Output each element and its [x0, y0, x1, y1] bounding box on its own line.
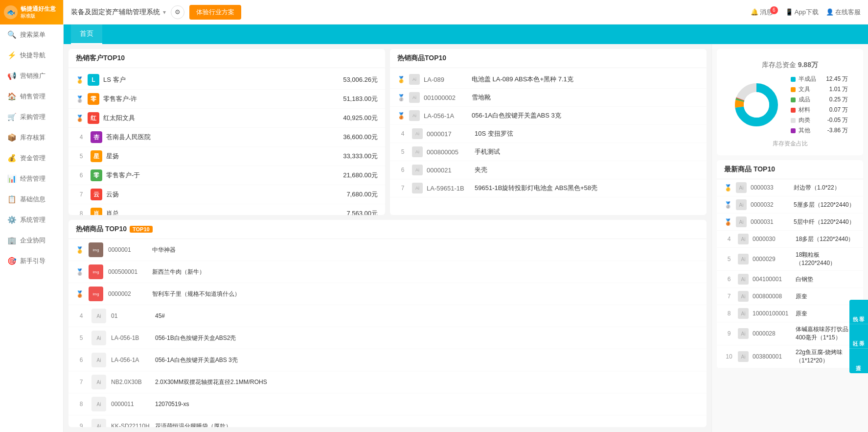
- sidebar-label-5: 库存核算: [20, 133, 46, 142]
- rank-avatar: 红: [88, 112, 99, 124]
- medal-icon: 🥇: [397, 76, 405, 83]
- sidebar-item-4[interactable]: 🛒采购管理: [0, 107, 63, 127]
- hot-right-item: 5 Ai 000800005 手机测试: [390, 143, 707, 161]
- hot-products-bottom-title: 热销商品 TOP10 TOP10: [76, 225, 153, 234]
- product-thumbnail: Ai: [91, 419, 106, 427]
- legend-item: 材料 0.07 万: [791, 106, 848, 114]
- system-name-selector[interactable]: 装备及固定资产辅助管理系统 ▾: [71, 8, 166, 17]
- sidebar-item-9[interactable]: ⚙️系统管理: [0, 210, 63, 230]
- new-product-item: 10 Ai 003800001 22g鱼豆腐-烧烤味（1*12*20）: [717, 345, 863, 368]
- hot-products-bottom-card: 热销商品 TOP10 TOP10 🥇 img 0000001 中华神器 🥈 im…: [69, 220, 707, 427]
- trial-button[interactable]: 体验行业方案: [189, 5, 241, 20]
- rank-name: 零售客户-于: [106, 171, 339, 180]
- top-customers-card: 热销客户TOP10 🥇 L LS 客户 53,006.26元 🥈 零 零售客户-…: [69, 49, 385, 215]
- hot-products-right-title: 热销商品TOP10: [397, 54, 446, 63]
- sidebar-icon-0: 🔍: [7, 30, 16, 39]
- message-link[interactable]: 🔔 消息 6: [751, 8, 778, 17]
- sidebar-item-3[interactable]: 🏠销售管理: [0, 86, 63, 107]
- sidebar-item-7[interactable]: 📊经营管理: [0, 168, 63, 189]
- legend-label: 成品: [799, 96, 816, 104]
- product-code: 0000001: [108, 246, 147, 253]
- top-customers-header: 热销客户TOP10: [69, 49, 385, 68]
- cs-hotline[interactable]: 客服热线: [849, 300, 868, 324]
- sidebar-logo: 🐟 畅捷通好生意 标准版: [0, 0, 63, 24]
- rank-num: 4: [76, 312, 87, 319]
- medal-icon: 🥇: [76, 76, 84, 84]
- sidebar-label-7: 经营管理: [20, 174, 46, 183]
- rank-name: 苍南县人民医院: [106, 133, 339, 142]
- product-icon: Ai: [409, 92, 420, 103]
- sidebar-label-3: 销售管理: [20, 92, 46, 101]
- new-product-name: 原奎: [796, 310, 856, 318]
- ranking-item: 6 零 零售客户-于 21,680.00元: [69, 166, 385, 185]
- hot-products-bottom-list: 🥇 img 0000001 中华神器 🥈 img 000500001 新西兰牛肉…: [69, 239, 707, 427]
- product-name: 花语萌恒温分腿睡袋（厚款）: [155, 422, 699, 428]
- product-icon: Ai: [412, 165, 423, 175]
- sidebar-icon-11: 🎯: [7, 257, 16, 265]
- nav-bar: 首页: [64, 24, 868, 44]
- sidebar-label-4: 采购管理: [20, 113, 46, 121]
- new-product-item: 7 Ai 000800008 原奎: [717, 288, 863, 305]
- medal-icon: 🥈: [76, 268, 84, 276]
- rank-avatar: 零: [88, 93, 99, 105]
- online-service-link[interactable]: 👤 在线客服: [826, 8, 861, 17]
- ranking-item: 5 星 星扬 33,333.00元: [69, 147, 385, 166]
- product-code: 01: [111, 312, 150, 319]
- sidebar-nav: 🔍搜索菜单⚡快捷导航📢营销推广🏠销售管理🛒采购管理📦库存核算💰资金管理📊经营管理…: [0, 24, 63, 432]
- new-product-name: 封边带（1.0*22）: [794, 184, 856, 192]
- right-panel: 库存总资金 9.88万: [711, 44, 868, 432]
- rank-avatar: 杏: [91, 131, 102, 143]
- top-customers-title: 热销客户TOP10: [76, 54, 125, 63]
- sidebar-item-0[interactable]: 🔍搜索菜单: [0, 24, 63, 45]
- new-product-item: 🥇 Ai 0000033 封边带（1.0*22）: [717, 179, 863, 196]
- customer-service-float: 客服热线 服务社区 直播: [849, 300, 868, 373]
- left-panel: 热销客户TOP10 🥇 L LS 客户 53,006.26元 🥈 零 零售客户-…: [64, 44, 711, 432]
- medal-icon: 🥈: [397, 94, 405, 101]
- new-product-icon: Ai: [738, 351, 749, 362]
- new-product-code: 0000030: [753, 236, 792, 242]
- new-product-icon: Ai: [736, 199, 747, 210]
- sidebar-icon-1: ⚡: [7, 51, 16, 60]
- settings-button[interactable]: ⚙: [171, 5, 184, 19]
- sidebar-item-5[interactable]: 📦库存核算: [0, 127, 63, 148]
- rank-num: 6: [397, 167, 408, 173]
- app-download-link[interactable]: 📱 App下载: [785, 8, 819, 17]
- product-icon: Ai: [409, 74, 420, 85]
- sidebar-label-11: 新手引导: [20, 257, 46, 265]
- rank-num: 7: [724, 293, 734, 300]
- legend-value: 12.45 万: [819, 75, 848, 83]
- cs-live[interactable]: 直播: [849, 349, 868, 373]
- product-code: LA-056-1A: [424, 112, 468, 120]
- new-product-name: 原奎: [796, 292, 856, 301]
- cs-community[interactable]: 服务社区: [849, 324, 868, 349]
- sidebar-icon-3: 🏠: [7, 92, 16, 101]
- tab-home[interactable]: 首页: [71, 24, 102, 44]
- top-right-actions: 🔔 消息 6 📱 App下载 👤 在线客服: [751, 8, 861, 17]
- main-area: 装备及固定资产辅助管理系统 ▾ ⚙ 体验行业方案 🔔 消息 6 📱 App下载 …: [64, 0, 868, 432]
- sidebar-item-2[interactable]: 📢营销推广: [0, 66, 63, 86]
- sidebar-item-8[interactable]: 📋基础信息: [0, 189, 63, 210]
- sidebar-icon-5: 📦: [7, 133, 16, 142]
- legend-color-swatch: [791, 87, 796, 92]
- rank-amount: 40,925.00元: [343, 114, 378, 122]
- legend-value: -3.86 万: [819, 126, 848, 135]
- rank-num: 6: [76, 172, 87, 179]
- sidebar-label-10: 企业协同: [20, 236, 46, 245]
- sidebar: 🐟 畅捷通好生意 标准版 🔍搜索菜单⚡快捷导航📢营销推广🏠销售管理🛒采购管理📦库…: [0, 0, 64, 432]
- ranking-item: 🥇 L LS 客户 53,006.26元: [69, 71, 385, 90]
- legend-value: 0.07 万: [819, 106, 848, 114]
- sidebar-item-11[interactable]: 🎯新手引导: [0, 251, 63, 271]
- sidebar-label-8: 基础信息: [20, 195, 46, 204]
- ranking-item: 🥈 零 零售客户-许 51,183.00元: [69, 90, 385, 109]
- new-product-code: 0000033: [751, 184, 790, 191]
- sidebar-item-6[interactable]: 💰资金管理: [0, 148, 63, 168]
- product-code: 001000002: [424, 94, 468, 101]
- product-code: 0000021: [427, 167, 471, 174]
- new-product-icon: Ai: [736, 182, 747, 193]
- sidebar-item-1[interactable]: ⚡快捷导航: [0, 45, 63, 66]
- rank-num: 9: [724, 330, 734, 337]
- top-header: 装备及固定资产辅助管理系统 ▾ ⚙ 体验行业方案 🔔 消息 6 📱 App下载 …: [64, 0, 868, 24]
- sidebar-item-10[interactable]: 🏢企业协同: [0, 230, 63, 251]
- product-name: 手机测试: [475, 147, 699, 156]
- system-name-text: 装备及固定资产辅助管理系统: [71, 8, 160, 17]
